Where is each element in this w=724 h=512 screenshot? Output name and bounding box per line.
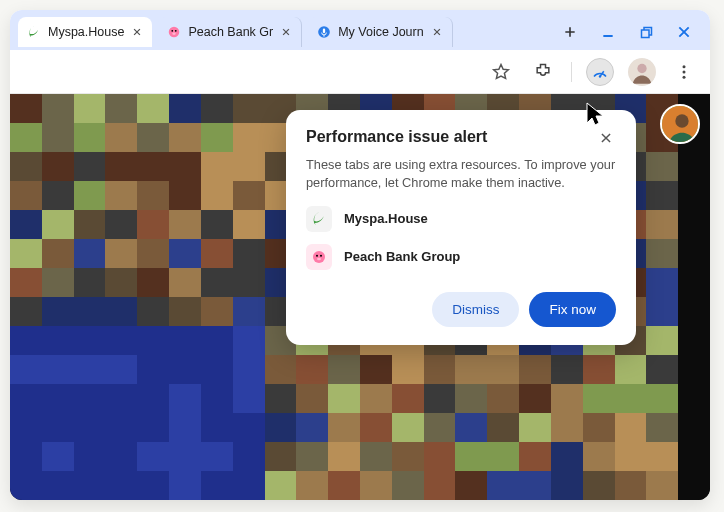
svg-point-11	[683, 65, 686, 68]
new-tab-button[interactable]	[558, 20, 582, 44]
svg-point-16	[313, 251, 325, 263]
mic-icon	[316, 24, 332, 40]
pig-icon	[306, 244, 332, 270]
window-close-button[interactable]	[672, 20, 696, 44]
svg-point-0	[169, 27, 180, 38]
leaf-icon	[26, 24, 42, 40]
popup-close-button[interactable]	[596, 128, 616, 148]
svg-point-17	[316, 254, 318, 256]
svg-rect-5	[323, 29, 325, 34]
popup-title: Performance issue alert	[306, 128, 487, 146]
svg-point-2	[175, 30, 177, 32]
window-controls	[558, 20, 702, 44]
close-icon[interactable]	[430, 25, 444, 39]
svg-point-1	[172, 30, 174, 32]
tab-voice-journal[interactable]: My Voice Journ	[308, 17, 452, 47]
video-call-self-avatar[interactable]	[660, 104, 700, 144]
popup-description: These tabs are using extra resources. To…	[306, 156, 616, 192]
svg-point-12	[683, 70, 686, 73]
svg-point-13	[683, 75, 686, 78]
svg-point-19	[317, 257, 321, 260]
tab-title: Myspa.House	[48, 25, 124, 39]
svg-point-8	[599, 75, 601, 77]
fix-now-button[interactable]: Fix now	[529, 292, 616, 327]
performance-icon[interactable]	[586, 58, 614, 86]
close-icon[interactable]	[130, 25, 144, 39]
close-icon[interactable]	[279, 25, 293, 39]
issue-list: Myspa.House Peach Bank Group	[306, 206, 616, 270]
tab-myspa[interactable]: Myspa.House	[18, 17, 152, 47]
issue-label: Peach Bank Group	[344, 249, 460, 264]
menu-dots-icon[interactable]	[670, 58, 698, 86]
dismiss-button[interactable]: Dismiss	[432, 292, 519, 327]
pig-icon	[166, 24, 182, 40]
toolbar-divider	[571, 62, 572, 82]
extensions-icon[interactable]	[529, 58, 557, 86]
issue-label: Myspa.House	[344, 211, 428, 226]
performance-alert-popup: Performance issue alert These tabs are u…	[286, 110, 636, 345]
toolbar	[10, 50, 710, 94]
svg-point-15	[675, 114, 688, 127]
svg-point-10	[637, 63, 646, 72]
issue-item-peach-bank: Peach Bank Group	[306, 244, 616, 270]
tab-peach-bank[interactable]: Peach Bank Gr	[158, 17, 302, 47]
tab-title: My Voice Journ	[338, 25, 423, 39]
issue-item-myspa: Myspa.House	[306, 206, 616, 232]
leaf-icon	[306, 206, 332, 232]
tab-title: Peach Bank Gr	[188, 25, 273, 39]
tab-strip: Myspa.House Peach Bank Gr My Voice Journ	[10, 10, 710, 50]
profile-avatar[interactable]	[628, 58, 656, 86]
svg-point-18	[320, 254, 322, 256]
minimize-button[interactable]	[596, 20, 620, 44]
bookmark-star-icon[interactable]	[487, 58, 515, 86]
svg-rect-7	[641, 30, 649, 38]
svg-point-3	[173, 33, 177, 35]
restore-button[interactable]	[634, 20, 658, 44]
